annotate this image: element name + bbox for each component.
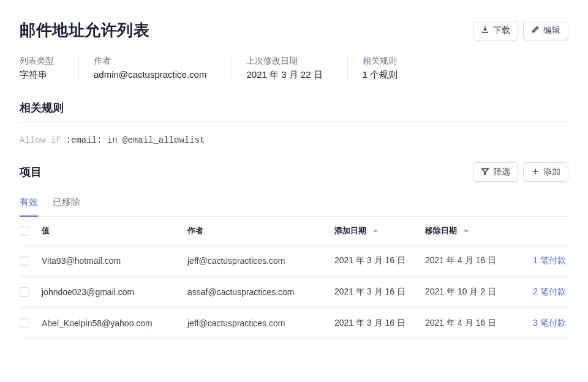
meta-value: 2021 年 3 月 22 日 [246,69,322,81]
page-header: 邮件地址允许列表 下载 编辑 [20,20,568,41]
meta-label: 相关规则 [363,56,398,67]
col-removed-label: 移除日期 [425,226,457,235]
table-row: johndoe023@gmail.com assaf@cactuspractic… [20,277,568,308]
cell-payments: 3 笔付款 [517,318,566,329]
download-label: 下载 [493,25,510,36]
meta-label: 作者 [94,56,206,67]
row-checkbox[interactable] [20,256,29,266]
tab-removed[interactable]: 已移除 [53,192,80,217]
pencil-icon [531,25,540,36]
items-title: 项目 [20,165,42,179]
sort-icon [463,226,469,235]
col-added-label: 添加日期 [334,226,366,235]
rule-keyword: Allow if [20,135,61,145]
cell-author: assaf@cactuspractices.com [187,287,334,297]
select-all-cell [20,226,42,236]
cell-removed: 2021 年 10 月 2 日 [425,286,517,298]
col-header-author[interactable]: 作者 [187,225,334,236]
cell-value: Vita93@hotmail.com [42,256,187,266]
add-label: 添加 [543,167,560,178]
download-button[interactable]: 下载 [473,21,518,40]
meta-value: admin@cactuspractice.com [94,69,206,80]
cell-removed: 2021 年 4 月 16 日 [425,255,517,266]
cell-added: 2021 年 3 月 16 日 [334,255,425,266]
items-actions: 筛选 添加 [473,162,568,182]
cell-author: jeff@cactuspractices.com [187,318,334,328]
rule-expression: Allow if :email: in @email_allowlist [20,133,568,162]
tab-active[interactable]: 有效 [20,192,38,217]
meta-value: 1 个规则 [363,69,398,81]
cell-added: 2021 年 3 月 16 日 [334,318,425,329]
col-header-value[interactable]: 值 [42,225,187,236]
cell-author: jeff@cactuspractices.com [187,256,334,266]
plus-icon [531,167,540,178]
items-table: 值 作者 添加日期 移除日期 Vita93@hotmail.com jeff@c… [20,217,568,339]
payments-link[interactable]: 2 笔付款 [533,286,566,296]
payments-link[interactable]: 3 笔付款 [533,318,566,328]
edit-label: 编辑 [543,25,560,36]
meta-list-type: 列表类型 字符串 [20,56,78,81]
select-all-checkbox[interactable] [20,226,29,236]
sort-icon [372,226,379,235]
filter-label: 筛选 [493,167,510,178]
edit-button[interactable]: 编辑 [523,21,568,40]
col-header-removed[interactable]: 移除日期 [425,225,517,236]
cell-value: Abel_Koelpin58@yahoo.com [42,318,187,328]
row-checkbox[interactable] [20,318,29,328]
table-header-row: 值 作者 添加日期 移除日期 [20,217,568,245]
tabs: 有效 已移除 [20,192,568,217]
filter-button[interactable]: 筛选 [473,162,518,182]
meta-label: 上次修改日期 [246,56,322,67]
meta-author: 作者 admin@cactuspractice.com [78,56,231,81]
meta-row: 列表类型 字符串 作者 admin@cactuspractice.com 上次修… [20,56,568,81]
rules-section-title: 相关规则 [20,100,568,123]
table-row: Abel_Koelpin58@yahoo.com jeff@cactusprac… [20,308,568,339]
payments-link[interactable]: 1 笔付款 [533,255,566,265]
table-row: Vita93@hotmail.com jeff@cactuspractices.… [20,245,568,277]
cell-payments: 1 笔付款 [517,255,566,266]
cell-value: johndoe023@gmail.com [42,287,187,297]
cell-payments: 2 笔付款 [517,286,566,298]
cell-removed: 2021 年 4 月 16 日 [425,318,517,329]
add-button[interactable]: 添加 [523,162,568,182]
filter-icon [481,167,489,178]
col-header-added[interactable]: 添加日期 [334,225,425,236]
meta-label: 列表类型 [20,56,54,67]
rule-body: :email: in @email_allowlist [61,135,205,145]
items-header: 项目 筛选 添加 [20,162,568,182]
header-actions: 下载 编辑 [473,21,568,40]
row-checkbox-cell [20,318,42,328]
download-icon [481,25,489,36]
row-checkbox-cell [20,287,42,297]
meta-modified: 上次修改日期 2021 年 3 月 22 日 [231,56,347,81]
row-checkbox[interactable] [20,287,29,297]
cell-added: 2021 年 3 月 16 日 [334,286,425,298]
meta-value: 字符串 [20,69,54,81]
page-title: 邮件地址允许列表 [20,20,149,41]
meta-rules: 相关规则 1 个规则 [347,56,423,81]
row-checkbox-cell [20,256,42,266]
